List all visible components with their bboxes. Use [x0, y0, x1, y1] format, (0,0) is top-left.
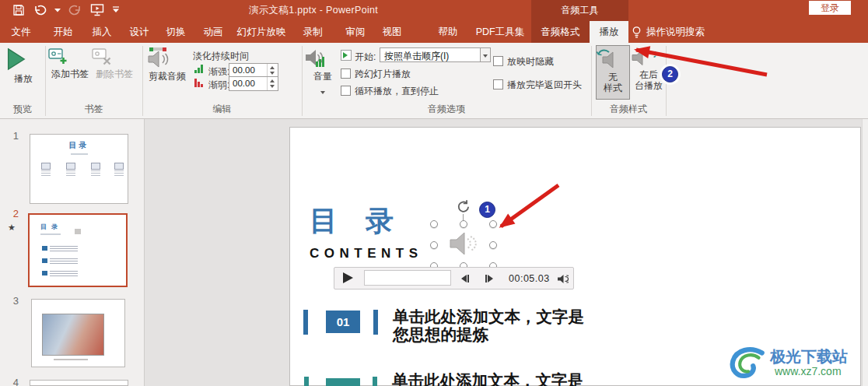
tab-pdf-tools[interactable]: PDF工具集	[470, 21, 530, 43]
player-play-icon[interactable]	[343, 272, 353, 283]
watermark-site-url: www.xz7.com	[775, 365, 842, 377]
tab-animations[interactable]: 动画	[195, 21, 231, 43]
tab-transitions[interactable]: 切换	[158, 21, 194, 43]
play-in-background-button[interactable]: ♪ 在后 台播放	[632, 45, 666, 100]
trim-audio-button[interactable]: 剪裁音频	[146, 45, 188, 100]
player-volume-icon[interactable]	[557, 274, 569, 284]
rewind-after-playing-checkbox[interactable]	[493, 79, 503, 89]
player-time: 00:05.03	[509, 273, 550, 284]
slide-thumbnail-selected[interactable]: 目 录	[28, 213, 128, 287]
no-style-button[interactable]: 无 样式	[596, 45, 630, 100]
loop-until-stopped-label[interactable]: 循环播放，直到停止	[355, 85, 439, 98]
slide-thumbnail-partial[interactable]	[30, 380, 128, 386]
annotation-badge-2: 2	[662, 66, 678, 82]
slide-thumbnail[interactable]	[31, 299, 125, 367]
tab-slideshow[interactable]: 幻灯片放映	[232, 21, 291, 43]
slide-number: 1	[5, 130, 19, 142]
slide-number-selected: 2	[5, 208, 19, 219]
slide-thumbnail[interactable]: 目录	[30, 134, 128, 204]
tab-view[interactable]: 视图	[374, 21, 410, 43]
item-text-line1[interactable]: 单击此处添加文本，文字是	[393, 307, 584, 325]
tell-me-label: 操作说明搜索	[646, 26, 705, 39]
start-dropdown-arrow[interactable]	[480, 47, 491, 62]
item-number-box[interactable]	[326, 378, 360, 386]
player-progress-track[interactable]	[364, 270, 451, 286]
audio-speaker-icon[interactable]	[449, 230, 478, 257]
tab-audio-format[interactable]: 音频格式	[531, 21, 590, 43]
item-text-line1[interactable]: 单击此处添加文本，文字是	[392, 371, 583, 386]
fade-out-spinner[interactable]: 00.00	[229, 76, 278, 91]
save-icon[interactable]	[12, 4, 25, 16]
undo-dropdown-icon[interactable]	[54, 8, 61, 12]
undo-icon[interactable]	[33, 4, 47, 16]
play-in-background-icon	[632, 47, 666, 68]
slide-subtitle[interactable]: CONTENTS	[310, 246, 423, 261]
thumbnail-content	[91, 163, 100, 177]
tab-file[interactable]: 文件	[3, 21, 39, 43]
tab-record[interactable]: 录制	[295, 21, 331, 43]
item-bracket-left	[304, 377, 309, 386]
add-bookmark-icon	[48, 47, 92, 66]
tab-playback-selected[interactable]: 播放	[590, 21, 628, 43]
annotation-badge-1: 1	[479, 202, 495, 218]
tab-home[interactable]: 开始	[45, 21, 81, 43]
tab-insert[interactable]: 插入	[84, 21, 120, 43]
title-bar: 演示文稿1.pptx - PowerPoint 音频工具 登录	[0, 0, 868, 21]
decoration	[54, 359, 88, 360]
player-seek-forward-icon[interactable]	[485, 275, 493, 282]
resize-handle[interactable]	[430, 220, 438, 228]
resize-handle[interactable]	[430, 241, 438, 249]
rotate-handle-icon[interactable]	[456, 199, 470, 213]
contextual-tab-group-header: 音频工具	[531, 0, 628, 21]
customize-qat-icon[interactable]	[112, 6, 120, 13]
spinner-arrows[interactable]	[267, 77, 278, 90]
tab-design[interactable]: 设计	[121, 21, 157, 43]
no-style-icon	[597, 48, 629, 70]
play-preview-button[interactable]: 播放	[5, 45, 42, 100]
tab-help[interactable]: 帮助	[430, 21, 466, 43]
volume-button[interactable]: 音量	[305, 45, 341, 100]
slide-title[interactable]: 目 录	[310, 202, 404, 240]
thumbnail-audio-icon	[75, 229, 81, 234]
player-seek-back-icon[interactable]	[461, 275, 469, 282]
rewind-after-playing-label[interactable]: 播放完毕返回开头	[507, 79, 582, 92]
slide-number: 3	[5, 295, 19, 307]
item-bracket-right	[373, 377, 377, 386]
item-text-line2[interactable]: 您思想的提炼	[393, 325, 488, 343]
powerpoint-window: 演示文稿1.pptx - PowerPoint 音频工具 登录 文件 开始 插入…	[0, 0, 868, 386]
tell-me-search[interactable]: 操作说明搜索	[632, 21, 705, 43]
thumbnail-content	[114, 163, 124, 177]
start-slideshow-icon[interactable]	[90, 3, 104, 16]
vertical-scrollbar[interactable]	[862, 119, 868, 386]
audio-clip-selection[interactable]	[433, 223, 494, 265]
editing-area: 目 录 CONTENTS 0	[145, 119, 862, 386]
thumbnail-content	[42, 258, 78, 264]
play-across-slides-checkbox[interactable]	[341, 68, 351, 79]
play-across-slides-label[interactable]: 跨幻灯片播放	[355, 68, 411, 81]
item-number-box[interactable]: 01	[326, 311, 360, 333]
volume-icon	[305, 47, 341, 68]
slide-thumbnail-panel: 1 目录 2 ★ 目 录 3 4	[0, 119, 145, 386]
fade-out-label: 渐弱:	[208, 79, 229, 92]
ribbon-playback: 播放 预览 添加书签 删除书签 书签 剪裁音频 淡化持续时间 渐强: 00.00	[0, 43, 868, 119]
fade-duration-label: 淡化持续时间	[193, 50, 249, 63]
spinner-arrows[interactable]	[267, 64, 278, 77]
fade-out-icon	[194, 79, 203, 87]
play-icon	[5, 47, 42, 71]
remove-bookmark-button: 删除书签	[92, 45, 137, 100]
tab-review[interactable]: 审阅	[338, 21, 373, 43]
hide-during-show-checkbox[interactable]	[493, 56, 503, 66]
resize-handle[interactable]	[489, 220, 497, 228]
audio-player-bar[interactable]: 00:05.03	[334, 267, 574, 290]
resize-handle[interactable]	[489, 241, 497, 249]
quick-access-toolbar	[12, 3, 120, 16]
hide-during-show-label[interactable]: 放映时隐藏	[507, 55, 554, 68]
watermark-logo-icon	[726, 345, 768, 382]
fade-in-icon	[194, 65, 203, 73]
resize-handle[interactable]	[460, 220, 467, 228]
sign-in-button[interactable]: 登录	[809, 1, 851, 15]
thumbnail-content	[42, 271, 78, 276]
add-bookmark-button[interactable]: 添加书签	[48, 45, 92, 100]
start-dropdown[interactable]: 按照单击顺序(I)	[380, 47, 481, 62]
loop-until-stopped-checkbox[interactable]	[341, 86, 351, 96]
